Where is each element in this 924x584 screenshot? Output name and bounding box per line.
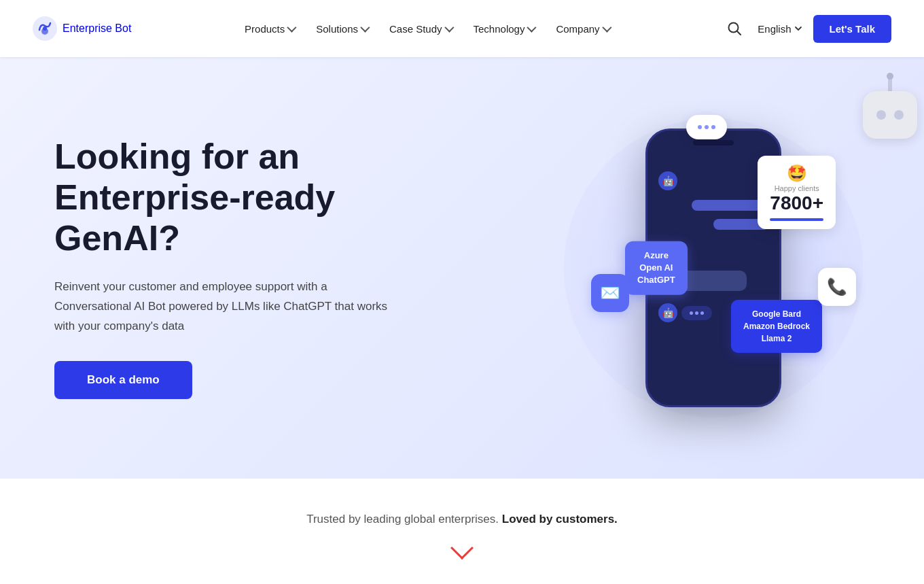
- phone-notch: [693, 140, 734, 145]
- nav-links: Products Solutions Case Study Technology: [236, 18, 618, 40]
- happy-clients-label: Happy clients: [770, 184, 823, 192]
- typing-dot-1: [690, 311, 693, 315]
- chat-bubble-1: [692, 200, 768, 211]
- navbar: Enterprise Bot Products Solutions Case S…: [0, 0, 924, 57]
- nav-item-solutions[interactable]: Solutions: [308, 18, 376, 40]
- robot-head: [863, 91, 917, 139]
- brand-name: Enterprise Bot: [63, 22, 131, 35]
- search-button[interactable]: [722, 16, 747, 41]
- nav-item-products[interactable]: Products: [236, 18, 302, 40]
- svg-line-4: [737, 31, 741, 35]
- trusted-section: Trusted by leading global enterprises. L…: [0, 479, 924, 583]
- search-icon: [727, 21, 742, 36]
- nav-right: English Let's Talk: [722, 15, 891, 43]
- phone-mockup: 🤖 🤖 🤖: [645, 128, 781, 407]
- trusted-emphasis: Loved by customers.: [502, 513, 618, 526]
- robot-antenna: [888, 76, 892, 92]
- bot-avatar-1: 🤖: [658, 171, 677, 190]
- phone-wave-icon: 📞: [818, 268, 856, 306]
- floating-typing-bubble: [686, 115, 727, 139]
- brand-logo[interactable]: Enterprise Bot: [33, 16, 131, 41]
- logo-icon: [33, 16, 57, 41]
- hero-title: Looking for an Enterprise-ready GenAI?: [54, 137, 394, 258]
- robot-figure: [842, 71, 924, 166]
- hero-description: Reinvent your customer and employee supp…: [54, 277, 394, 337]
- hero-illustration: 🤖 🤖 🤖: [503, 84, 924, 451]
- happy-clients-bar: [770, 218, 823, 221]
- google-bard-badge: Google Bard Amazon Bedrock Llama 2: [731, 300, 822, 353]
- happy-emoji: 🤩: [770, 164, 823, 183]
- chevron-down-icon: [360, 23, 370, 33]
- azure-openai-badge: Azure Open AI ChatGPT: [625, 241, 688, 295]
- trusted-text: Trusted by leading global enterprises. L…: [54, 513, 870, 526]
- chevron-down-icon: [287, 23, 297, 33]
- robot-eye-left: [876, 110, 886, 120]
- happy-clients-number: 7800+: [770, 192, 823, 214]
- typing-dot-3: [700, 311, 704, 315]
- bot-avatar-3: 🤖: [658, 303, 677, 322]
- nav-item-technology[interactable]: Technology: [465, 18, 543, 40]
- email-float-icon: ✉️: [591, 274, 629, 312]
- book-demo-button[interactable]: Book a demo: [54, 361, 192, 399]
- svg-point-2: [43, 27, 47, 31]
- nav-item-company[interactable]: Company: [548, 18, 617, 40]
- float-dot-3: [711, 125, 715, 129]
- happy-clients-card: 🤩 Happy clients 7800+: [758, 156, 836, 229]
- robot-eye-right: [894, 110, 904, 120]
- scroll-arrow: [54, 540, 870, 556]
- float-dot-2: [705, 125, 709, 129]
- typing-dot-2: [695, 311, 698, 315]
- hero-content: Looking for an Enterprise-ready GenAI? R…: [54, 137, 394, 399]
- nav-item-case-study[interactable]: Case Study: [381, 18, 460, 40]
- bot-row-1: 🤖: [658, 171, 768, 190]
- lets-talk-button[interactable]: Let's Talk: [813, 15, 891, 43]
- chevron-down-icon: [602, 23, 611, 33]
- arrow-down-icon: [450, 536, 474, 560]
- chevron-down-icon: [444, 23, 454, 33]
- chevron-down-icon: [794, 24, 802, 33]
- float-dot-1: [698, 125, 702, 129]
- chevron-down-icon: [527, 23, 537, 33]
- typing-indicator: [681, 306, 712, 320]
- language-selector[interactable]: English: [758, 23, 802, 35]
- hero-section: Looking for an Enterprise-ready GenAI? R…: [0, 57, 924, 479]
